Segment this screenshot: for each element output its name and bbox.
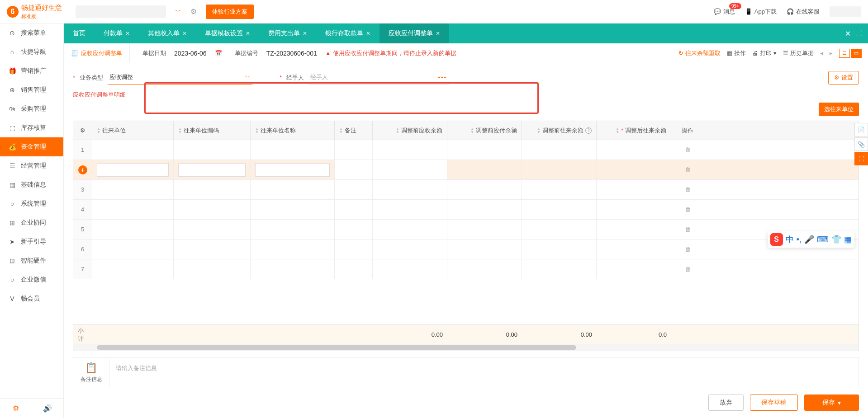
more-icon[interactable]: ••• [438, 74, 447, 81]
sidebar-item-system[interactable]: ○系统管理 [0, 194, 63, 213]
handler-input[interactable]: 经手人 ••• [308, 70, 449, 85]
sidebar-item-nav[interactable]: ⌂快捷导航 [0, 42, 63, 61]
rail-doc-button[interactable]: 📄 [854, 123, 868, 136]
right-rail: 📄 📎 ⛶ [854, 123, 868, 165]
sidebar-item-hardware[interactable]: ⊡智能硬件 [0, 251, 63, 270]
th-name[interactable]: ▲▼往来单位名称 [251, 121, 335, 140]
ime-mic-icon[interactable]: 🎤 [804, 235, 814, 244]
delete-icon[interactable]: 🗑 [685, 186, 691, 193]
table-row[interactable]: 3🗑 [73, 180, 859, 200]
scroll-thumb[interactable] [97, 345, 576, 350]
th-code[interactable]: ▲▼往来单位编码 [174, 121, 251, 140]
tab-template[interactable]: 单据模板设置✕ [196, 23, 259, 43]
save-draft-button[interactable]: 保存草稿 [750, 395, 798, 411]
delete-icon[interactable]: 🗑 [685, 146, 691, 153]
rail-attach-button[interactable]: 📎 [854, 137, 868, 151]
sidebar-item-vip[interactable]: V畅会员 [0, 289, 63, 308]
tabs-close-icon[interactable]: ✕ [845, 29, 851, 38]
th-amt2[interactable]: ▲▼调整前应付余额 [447, 121, 522, 140]
next-icon[interactable]: ▸ [830, 50, 833, 56]
tab-bank[interactable]: 银行存取款单✕ [316, 23, 379, 43]
th-amt4[interactable]: ▲▼*调整后往来余额 [597, 121, 671, 140]
view-list-button[interactable]: ☰ [839, 49, 850, 58]
ime-toolbar[interactable]: S 中 •, 🎤 ⌨ 👕 ▦ [768, 231, 854, 248]
unit-input[interactable] [97, 163, 169, 177]
sidebar-collapse-button[interactable]: ⚙ [0, 399, 32, 418]
ime-skin-icon[interactable]: 👕 [831, 235, 841, 244]
add-row-button[interactable]: + [78, 165, 87, 174]
ime-punct-icon[interactable]: •, [797, 235, 802, 244]
sidebar-item-basic[interactable]: ▦基础信息 [0, 175, 63, 194]
gear-icon[interactable]: ⚙ [190, 7, 197, 16]
h-scrollbar[interactable] [73, 344, 859, 351]
th-unit[interactable]: ▲▼往来单位 [92, 121, 174, 140]
close-icon[interactable]: ✕ [436, 30, 440, 37]
business-type-select[interactable]: 应收调整 ﹀ [108, 70, 252, 85]
delete-icon[interactable]: 🗑 [685, 206, 691, 213]
name-input[interactable] [255, 163, 330, 177]
sidebar-item-search[interactable]: ⊙搜索菜单 [0, 23, 63, 42]
remarks-input[interactable]: 请输入备注信息 [109, 358, 859, 387]
select-unit-button[interactable]: 选往来单位 [819, 103, 859, 116]
operations-button[interactable]: ▦操作 [727, 49, 746, 57]
rail-expand-button[interactable]: ⛶ [854, 152, 868, 165]
calendar-icon[interactable]: 📅 [215, 50, 222, 56]
close-icon[interactable]: ✕ [182, 30, 187, 37]
delete-icon[interactable]: 🗑 [685, 246, 691, 253]
settings-button[interactable]: ⚙ 设置 [828, 71, 859, 85]
sidebar-sound-button[interactable]: 🔊 [32, 399, 63, 418]
sidebar-item-purchase[interactable]: 🛍采购管理 [0, 99, 63, 118]
table-row[interactable]: 4🗑 [73, 200, 859, 220]
org-selector[interactable] [76, 5, 166, 18]
code-input[interactable] [178, 163, 246, 177]
tab-payment[interactable]: 付款单✕ [95, 23, 139, 43]
sidebar-item-marketing[interactable]: 🎁营销推广 [0, 61, 63, 80]
ime-lang[interactable]: 中 [786, 234, 794, 245]
sidebar-item-finance[interactable]: 💰资金管理 [0, 137, 63, 156]
table-row[interactable]: 5🗑 [73, 220, 859, 240]
messages-link[interactable]: 💬 消息 99+ [714, 8, 735, 16]
close-icon[interactable]: ✕ [125, 30, 130, 37]
sidebar-item-wechat[interactable]: ○企业微信 [0, 270, 63, 289]
chevron-down-icon[interactable]: ﹀ [175, 8, 181, 16]
sidebar-item-sales[interactable]: ⊕销售管理 [0, 80, 63, 99]
close-icon[interactable]: ✕ [366, 30, 370, 37]
close-icon[interactable]: ✕ [246, 30, 250, 37]
table-row[interactable]: 6🗑 [73, 240, 859, 259]
th-remark[interactable]: ▲▼备注 [335, 121, 373, 140]
th-amt1[interactable]: ▲▼调整前应收余额 [373, 121, 447, 140]
sidebar-item-collab[interactable]: ⊞企业协同 [0, 213, 63, 232]
trial-button[interactable]: 体验行业方案 [206, 5, 254, 19]
table-row[interactable]: +🗑 [73, 160, 859, 180]
table-settings-header[interactable]: ⚙ [73, 121, 92, 140]
sidebar-item-business[interactable]: ☰经营管理 [0, 156, 63, 175]
table-row[interactable]: 1🗑 [73, 140, 859, 160]
ime-tools-icon[interactable]: ▦ [844, 235, 852, 244]
delete-icon[interactable]: 🗑 [685, 226, 691, 233]
delete-icon[interactable]: 🗑 [685, 166, 691, 173]
view-detail-button[interactable]: ▭ [851, 49, 862, 58]
help-icon[interactable]: ? [585, 127, 592, 134]
tab-adjustment[interactable]: 应收应付调整单✕ [379, 23, 449, 43]
tabs-expand-icon[interactable]: ⛶ [855, 29, 863, 38]
prev-icon[interactable]: ◂ [820, 50, 823, 56]
tab-other-income[interactable]: 其他收入单✕ [139, 23, 196, 43]
ime-keyboard-icon[interactable]: ⌨ [817, 235, 829, 244]
close-icon[interactable]: ✕ [303, 30, 307, 37]
history-button[interactable]: ☰历史单据 [783, 49, 814, 57]
user-avatar[interactable] [830, 6, 861, 17]
sidebar-item-inventory[interactable]: ⬚库存核算 [0, 118, 63, 137]
tab-expense[interactable]: 费用支出单✕ [259, 23, 316, 43]
discard-button[interactable]: 放弃 [708, 395, 744, 411]
save-button[interactable]: 保存▾ [804, 395, 859, 411]
app-download-link[interactable]: 📱 App下载 [745, 8, 777, 16]
sidebar-item-guide[interactable]: ➤新手引导 [0, 232, 63, 251]
th-amt3[interactable]: ▲▼调整前往来余额? [522, 121, 597, 140]
tab-home[interactable]: 首页 [64, 23, 95, 43]
print-button[interactable]: 🖨打印▾ [752, 49, 777, 57]
delete-icon[interactable]: 🗑 [685, 266, 691, 272]
regen-balance-button[interactable]: ↻往来余额重取 [678, 49, 721, 57]
gear3-icon: ⚙ [834, 74, 840, 81]
support-link[interactable]: 🎧 在线客服 [787, 8, 820, 16]
table-row[interactable]: 7🗑 [73, 259, 859, 279]
